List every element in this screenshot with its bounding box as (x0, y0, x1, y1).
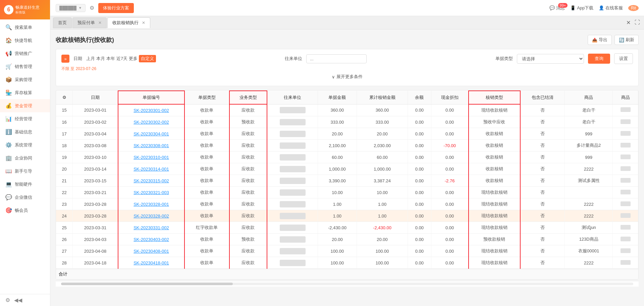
filter-toggle-button[interactable]: » (61, 55, 69, 63)
sidebar-item-basic[interactable]: ℹ️基础信息 (0, 125, 50, 138)
tab-collection-close-icon[interactable]: ✕ (142, 20, 145, 25)
settings-icon[interactable]: ⚙ (5, 297, 10, 303)
bill-no-link[interactable]: SK-20230315-002 (133, 178, 169, 183)
scroll-track[interactable] (61, 283, 633, 285)
topbar-right: 💬 消息 99+ 📱 App下载 👤 在线客服 Rit (549, 5, 639, 11)
sidebar-item-hardware[interactable]: 💻智能硬件 (0, 178, 50, 191)
cell-verify-type: 现结收款核销 (469, 245, 520, 257)
bill-no-link[interactable]: SK-20230328-002 (133, 213, 169, 219)
bill-no-link[interactable]: SK-20230310-001 (133, 155, 169, 160)
sidebar-item-wechat[interactable]: 💬企业微信 (0, 191, 50, 204)
cell-bill-type: 收款单 (184, 151, 229, 163)
th-verified: 累计核销金额 (357, 91, 408, 104)
cell-cash-discount: 0.00 (431, 187, 469, 198)
tab-pre-payment-close-icon[interactable]: ✕ (98, 20, 102, 25)
cell-product2 (613, 222, 638, 234)
message-button[interactable]: 💬 消息 99+ (549, 5, 565, 11)
page-content: 收款核销执行(按收款) 📤 导出 🔄 刷新 » 日期 上月 (50, 29, 644, 306)
sidebar-item-quick[interactable]: 🏠快捷导航 (0, 34, 50, 47)
inventory-icon: 🏪 (5, 89, 12, 96)
cell-verified: 3,387.24 (357, 175, 408, 187)
cell-cash-discount: 0.00 (431, 198, 469, 210)
cell-amount: 2,100.00 (318, 140, 357, 151)
cell-biz-type: 应收款 (229, 104, 267, 116)
bill-no-link[interactable]: SK-20230314-001 (133, 167, 169, 172)
partner-filter-input[interactable] (306, 54, 367, 63)
sidebar-item-finance[interactable]: 💰资金管理 (0, 99, 50, 112)
date-prev-month[interactable]: 上月 (86, 56, 95, 62)
query-button[interactable]: 查询 (588, 54, 610, 64)
sidebar-item-sales[interactable]: 🛒销售管理 (0, 60, 50, 73)
bill-no-link[interactable]: SK-20230304-001 (133, 131, 169, 136)
cell-biz-type: 应收款 (229, 210, 267, 222)
sidebar-item-corp[interactable]: 🏢企业协同 (0, 151, 50, 165)
bill-no-link[interactable]: SK-20230302-002 (133, 120, 169, 125)
table-row: 24 2023-03-28 SK-20230328-002 收款单 应收款 ██… (56, 210, 638, 222)
date-more[interactable]: 更多 (129, 56, 138, 62)
tab-collection[interactable]: 收款核销执行 ✕ (107, 17, 150, 28)
bill-no-link[interactable]: SK-20230308-001 (133, 143, 169, 148)
cell-include-settled: 否 (520, 163, 565, 175)
cell-date: 2023-03-21 (73, 187, 118, 198)
logo-sub-text: 标推版 (15, 10, 40, 15)
trial-button[interactable]: 体验行业方案 (98, 3, 134, 13)
collapse-icon[interactable]: ◀◀ (14, 297, 22, 303)
sidebar-item-guide-label: 新手引导 (15, 168, 32, 174)
cell-amount: 1,000.00 (318, 163, 357, 175)
sidebar-item-operations[interactable]: 📊经营管理 (0, 112, 50, 125)
sidebar-item-basic-label: 基础信息 (15, 129, 32, 135)
date-7days[interactable]: 近7天 (116, 56, 127, 62)
bill-no-link[interactable]: SK-20230408-001 (133, 249, 169, 254)
sidebar-item-guide[interactable]: 📖新手引导 (0, 165, 50, 178)
cell-amount: 100.00 (318, 245, 357, 257)
partner-filter-label: 往来单位 (285, 56, 302, 62)
sidebar-item-wechat-label: 企业微信 (15, 194, 32, 200)
setting-button[interactable]: 设置 (614, 53, 633, 64)
tab-home[interactable]: 首页 (53, 17, 72, 28)
cell-partner: ████ (267, 257, 318, 269)
cell-no: 24 (56, 210, 73, 222)
th-settings[interactable]: ⚙ (56, 91, 73, 104)
bill-no-link[interactable]: SK-20230331-002 (133, 225, 169, 230)
date-custom[interactable]: 自定义 (139, 55, 156, 62)
tab-pre-payment[interactable]: 预应付单 ✕ (72, 17, 107, 28)
sidebar-item-quick-label: 快捷导航 (15, 38, 32, 44)
user-avatar[interactable]: Rit (628, 5, 639, 10)
cell-biz-type: 预收款 (229, 116, 267, 128)
cell-balance: 0.00 (408, 187, 431, 198)
app-download-button[interactable]: 📱 App下载 (570, 5, 593, 11)
sidebar-item-system[interactable]: ⚙️系统管理 (0, 138, 50, 151)
cell-amount: 20.00 (318, 128, 357, 140)
cell-amount: 10.00 (318, 187, 357, 198)
topbar-gear-icon[interactable]: ⚙ (90, 5, 94, 11)
sidebar-item-member[interactable]: 🎯畅会员 (0, 204, 50, 217)
cell-verify-type: 收款核销 (469, 175, 520, 187)
sidebar-item-marketing[interactable]: 📢营销推广 (0, 47, 50, 60)
bill-no-link[interactable]: SK-20230321-003 (133, 190, 169, 195)
sidebar-item-search[interactable]: 🔍搜索菜单 (0, 21, 50, 34)
workspace-selector[interactable]: ██████ ▼ (56, 4, 86, 12)
cell-partner: ████ (267, 104, 318, 116)
cell-partner: ████ (267, 234, 318, 245)
expand-more-button[interactable]: ∨ 展开更多条件 (61, 72, 633, 82)
sidebar-item-purchase[interactable]: 📦采购管理 (0, 73, 50, 86)
tab-close-all-icon[interactable]: ✕ (625, 19, 632, 26)
date-this-month[interactable]: 本月 (96, 56, 105, 62)
cell-no: 17 (56, 128, 73, 140)
refresh-button[interactable]: 🔄 刷新 (614, 35, 639, 45)
bill-no-link[interactable]: SK-20230328-001 (133, 202, 169, 207)
bill-no-link[interactable]: SK-20230418-001 (133, 260, 169, 265)
export-button[interactable]: 📤 导出 (588, 35, 612, 45)
bill-type-filter-select[interactable]: 请选择 (517, 54, 584, 64)
sidebar-item-inventory[interactable]: 🏪库存核算 (0, 86, 50, 99)
date-this-year[interactable]: 本年 (106, 56, 115, 62)
cell-cash-discount: 0.00 (431, 222, 469, 234)
customer-service-button[interactable]: 👤 在线客服 (599, 5, 623, 11)
bill-no-link[interactable]: SK-20230403-002 (133, 237, 169, 242)
cell-partner: ████ (267, 116, 318, 128)
tab-maximize-icon[interactable]: ⛶ (633, 19, 641, 26)
cell-amount: 1.00 (318, 198, 357, 210)
scroll-thumb[interactable] (61, 283, 233, 285)
data-table: ⚙ 日期 单据编号 单据类型 业务类型 往来单位 单据金额 累计核销金额 余额 … (56, 90, 638, 269)
bill-no-link[interactable]: SK-20230301-002 (133, 108, 169, 113)
